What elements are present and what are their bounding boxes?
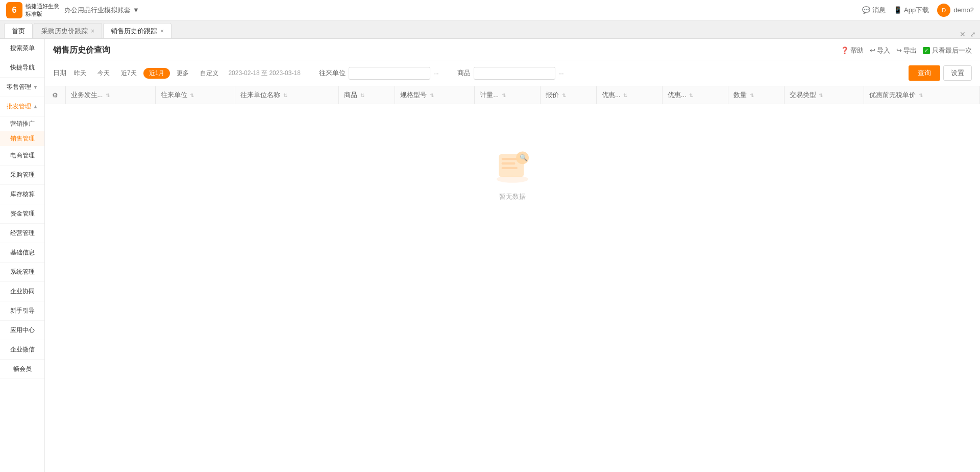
tab-purchase-history-close[interactable]: ×	[91, 28, 94, 35]
sidebar-item-purchase-mgmt-label: 采购管理	[10, 171, 35, 179]
col-settings[interactable]: ⚙	[45, 86, 65, 104]
sort-icon-trade-type: ⇅	[819, 92, 823, 98]
empty-state: 🔍 暂无数据	[45, 104, 980, 242]
sidebar-item-ecommerce-mgmt[interactable]: 电商管理	[0, 146, 44, 166]
logo-icon: 6	[6, 2, 22, 18]
sidebar-item-quick-nav-label: 快捷导航	[10, 63, 35, 72]
sidebar-item-operations-mgmt-label: 经营管理	[10, 229, 35, 238]
sidebar-item-system-mgmt-label: 系统管理	[10, 268, 35, 276]
user-area[interactable]: D demo2	[937, 4, 974, 17]
sidebar-item-newbie-guide[interactable]: 新手引导	[0, 301, 44, 321]
sidebar-item-purchase-mgmt[interactable]: 采购管理	[0, 166, 44, 185]
sort-icon-spec: ⇅	[430, 92, 434, 98]
sidebar-item-marketing[interactable]: 营销推广	[0, 116, 44, 131]
table-header-row: ⚙ 业务发生... ⇅ 往来单位 ⇅ 往来单位名称	[45, 86, 980, 104]
sidebar-item-enterprise-coop[interactable]: 企业协同	[0, 282, 44, 301]
date-btn-more[interactable]: 更多	[172, 67, 193, 79]
col-quantity[interactable]: 数量 ⇅	[728, 86, 784, 104]
sidebar-item-wholesale-mgmt-label: 批发管理	[7, 102, 31, 111]
date-btn-last7days[interactable]: 近7天	[116, 67, 141, 79]
sidebar-item-enterprise-wechat-label: 企业微信	[10, 345, 35, 354]
col-spec[interactable]: 规格型号 ⇅	[395, 86, 474, 104]
settings-icon: ⚙	[52, 91, 58, 99]
col-discount1[interactable]: 优惠... ⇅	[596, 86, 662, 104]
sidebar-item-vip-member[interactable]: 畅会员	[0, 360, 44, 379]
tab-maximize-btn[interactable]: ⤢	[970, 30, 976, 38]
setting-button[interactable]: 设置	[943, 65, 972, 81]
sidebar-item-retail-mgmt[interactable]: 零售管理 ▼	[0, 78, 44, 97]
date-btn-today[interactable]: 今天	[93, 67, 114, 79]
col-partner-name[interactable]: 往来单位名称 ⇅	[235, 86, 338, 104]
col-product[interactable]: 商品 ⇅	[339, 86, 395, 104]
col-discount2[interactable]: 优惠... ⇅	[662, 86, 728, 104]
col-biz-date[interactable]: 业务发生... ⇅	[65, 86, 155, 104]
sidebar-item-inventory[interactable]: 库存核算	[0, 185, 44, 204]
sidebar-item-finance-mgmt[interactable]: 资金管理	[0, 204, 44, 224]
sidebar-item-enterprise-wechat[interactable]: 企业微信	[0, 340, 44, 360]
tab-home-label: 首页	[12, 27, 25, 36]
sidebar-item-sales-mgmt-label: 销售管理	[10, 135, 35, 142]
tab-sales-history[interactable]: 销售历史价跟踪 ×	[103, 23, 172, 38]
sort-icon-biz-date: ⇅	[106, 92, 110, 98]
page-header-actions: ❓ 帮助 ↩ 导入 ↪ 导出 ✓ 只看最后一次	[841, 46, 972, 55]
checkbox-icon: ✓	[923, 47, 930, 54]
content-area: 销售历史价查询 ❓ 帮助 ↩ 导入 ↪ 导出 ✓	[45, 39, 980, 472]
export-icon: ↪	[896, 46, 902, 54]
date-btn-yesterday[interactable]: 昨天	[69, 67, 91, 79]
tab-sales-history-close[interactable]: ×	[160, 28, 164, 35]
sidebar-item-app-center[interactable]: 应用中心	[0, 321, 44, 340]
partner-filter-group: 往来单位 ···	[319, 67, 439, 80]
sidebar-item-wholesale-mgmt[interactable]: 批发管理 ▲	[0, 97, 44, 116]
tab-close-all-btn[interactable]: ✕	[960, 30, 966, 38]
sidebar-item-operations-mgmt[interactable]: 经营管理	[0, 224, 44, 243]
message-btn[interactable]: 💬 消息	[862, 6, 886, 15]
sidebar-item-basic-info-label: 基础信息	[10, 248, 35, 257]
sidebar-item-system-mgmt[interactable]: 系统管理	[0, 263, 44, 282]
filter-bar: 日期 昨天 今天 近7天 近1月 更多 自定义 2023-02-18 至 202…	[45, 60, 980, 86]
sidebar-item-finance-mgmt-label: 资金管理	[10, 209, 35, 218]
sidebar-item-basic-info[interactable]: 基础信息	[0, 243, 44, 263]
avatar: D	[937, 4, 950, 17]
sort-icon-discount1: ⇅	[623, 92, 627, 98]
col-pre-discount-price[interactable]: 优惠前无税单价 ⇅	[864, 86, 979, 104]
tab-home[interactable]: 首页	[4, 23, 33, 38]
only-last-checkbox[interactable]: ✓ 只看最后一次	[923, 46, 972, 55]
sidebar-item-sales-mgmt[interactable]: 销售管理	[0, 131, 44, 146]
sort-icon-quote: ⇅	[562, 92, 566, 98]
col-trade-type[interactable]: 交易类型 ⇅	[784, 86, 864, 104]
retail-mgmt-arrow-icon: ▼	[33, 84, 38, 90]
sidebar-item-search-menu[interactable]: 搜索菜单	[0, 39, 44, 58]
sort-icon-quantity: ⇅	[750, 92, 754, 98]
sort-icon-partner-code: ⇅	[190, 92, 194, 98]
col-partner-code[interactable]: 往来单位 ⇅	[155, 86, 235, 104]
query-button[interactable]: 查询	[909, 65, 940, 81]
top-bar-title[interactable]: 办公用品行业模拟账套 ▼	[64, 6, 139, 15]
product-input[interactable]	[474, 67, 555, 80]
sidebar-item-quick-nav[interactable]: 快捷导航	[0, 58, 44, 78]
product-dots[interactable]: ···	[558, 69, 564, 77]
date-btn-custom[interactable]: 自定义	[195, 67, 223, 79]
sidebar: 搜索菜单 快捷导航 零售管理 ▼ 批发管理 ▲ 营销推广 销售管理 电商管理 采…	[0, 39, 45, 472]
col-quote[interactable]: 报价 ⇅	[541, 86, 596, 104]
export-btn[interactable]: ↪ 导出	[896, 46, 917, 55]
col-unit[interactable]: 计量... ⇅	[475, 86, 541, 104]
table-container: ⚙ 业务发生... ⇅ 往来单位 ⇅ 往来单位名称	[45, 86, 980, 242]
main-layout: 搜索菜单 快捷导航 零售管理 ▼ 批发管理 ▲ 营销推广 销售管理 电商管理 采…	[0, 39, 980, 472]
tab-purchase-history[interactable]: 采购历史价跟踪 ×	[34, 23, 102, 38]
help-btn[interactable]: ❓ 帮助	[841, 46, 864, 55]
sidebar-item-retail-mgmt-label: 零售管理	[7, 83, 31, 91]
empty-text: 暂无数据	[499, 192, 526, 201]
filter-actions: 查询 设置	[909, 65, 972, 81]
partner-input[interactable]	[349, 67, 430, 80]
wholesale-mgmt-arrow-icon: ▲	[33, 104, 38, 109]
date-btn-last1month[interactable]: 近1月	[143, 68, 170, 79]
message-icon: 💬	[862, 6, 870, 14]
sort-icon-discount2: ⇅	[689, 92, 693, 98]
sidebar-item-inventory-label: 库存核算	[10, 190, 35, 199]
svg-text:🔍: 🔍	[520, 154, 528, 162]
page-title: 销售历史价查询	[53, 45, 110, 56]
partner-dots[interactable]: ···	[433, 69, 439, 77]
app-download-btn[interactable]: 📱 App下载	[894, 6, 929, 15]
import-btn[interactable]: ↩ 导入	[870, 46, 890, 55]
dropdown-arrow-icon: ▼	[133, 6, 139, 14]
